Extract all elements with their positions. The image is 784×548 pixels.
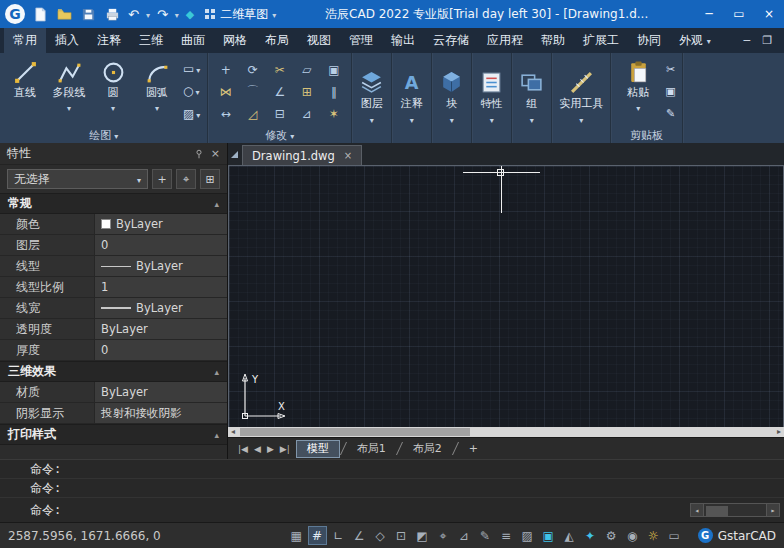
command-scroll-left-icon[interactable]: ◂ xyxy=(690,503,704,517)
arc-button[interactable]: 圆弧 xyxy=(136,56,178,127)
cut-icon[interactable]: ✂ xyxy=(665,63,675,76)
drawing-minimize-button[interactable]: ─ xyxy=(744,34,751,47)
tab-cloud[interactable]: 云存储 xyxy=(424,28,478,53)
array-icon[interactable]: ⊞ xyxy=(293,81,320,103)
annovis-icon[interactable]: ✦ xyxy=(581,526,600,545)
toggle-pickadd-button[interactable]: ⊞ xyxy=(200,169,220,189)
color-value[interactable]: ByLayer xyxy=(94,214,227,234)
layout-next-icon[interactable]: ▶ xyxy=(267,444,274,454)
layer-value[interactable]: 0 xyxy=(94,235,227,255)
new-file-button[interactable] xyxy=(32,6,49,23)
maximize-button[interactable]: ▭ xyxy=(724,0,754,28)
drawing-canvas[interactable]: Y X xyxy=(228,165,784,427)
transparency-value[interactable]: ByLayer xyxy=(94,319,227,339)
break-icon[interactable]: ⊟ xyxy=(266,103,293,125)
trim-icon[interactable]: ✂ xyxy=(266,59,293,81)
command-scrollbar[interactable]: ◂ ▸ xyxy=(690,503,780,517)
tab-output[interactable]: 输出 xyxy=(382,28,424,53)
polyline-button[interactable]: 多段线 xyxy=(48,56,90,127)
section-plot-style[interactable]: 打印样式 ▴ xyxy=(0,424,227,445)
ortho-icon[interactable]: ∟ xyxy=(329,526,348,545)
cleanscreen-icon[interactable]: ▭ xyxy=(665,526,684,545)
tab-3d[interactable]: 三维 xyxy=(130,28,172,53)
document-tab-close-icon[interactable]: × xyxy=(344,150,352,161)
rectangle-button[interactable]: ▭ xyxy=(183,61,200,77)
snap-icon[interactable]: ▦ xyxy=(287,526,306,545)
tab-collaborate[interactable]: 协同 xyxy=(628,28,670,53)
mirror-icon[interactable]: ⋈ xyxy=(212,81,239,103)
scroll-right-icon[interactable]: ▸ xyxy=(774,427,784,437)
polar-icon[interactable]: ∠ xyxy=(350,526,369,545)
join-icon[interactable]: ⊿ xyxy=(293,103,320,125)
tab-express[interactable]: 扩展工 xyxy=(574,28,628,53)
line-button[interactable]: 直线 xyxy=(4,56,46,127)
thickness-value[interactable]: 0 xyxy=(94,340,227,360)
chamfer-icon[interactable]: ∠ xyxy=(266,81,293,103)
shadow-value[interactable]: 投射和接收阴影 xyxy=(94,403,227,423)
erase-icon[interactable]: ▱ xyxy=(293,59,320,81)
quick-select-button[interactable]: + xyxy=(152,169,172,189)
circle-button[interactable]: 圆 xyxy=(92,56,134,127)
tab-app[interactable]: 应用程 xyxy=(478,28,532,53)
scale-icon[interactable]: ◿ xyxy=(239,103,266,125)
command-scroll-right-icon[interactable]: ▸ xyxy=(766,503,780,517)
properties-button[interactable]: 特性 xyxy=(472,53,511,143)
document-tab[interactable]: Drawing1.dwg × xyxy=(242,145,362,165)
ducs-icon[interactable]: ⊿ xyxy=(455,526,474,545)
command-input-line[interactable]: 命令: xyxy=(0,498,784,523)
workspace-diamond-icon[interactable]: ◆ xyxy=(186,9,194,20)
group-button[interactable]: 组 xyxy=(512,53,551,143)
tab-appearance[interactable]: 外观 xyxy=(670,28,720,53)
undo-dropdown-icon[interactable] xyxy=(146,7,150,21)
tab-help[interactable]: 帮助 xyxy=(532,28,574,53)
tab-layout[interactable]: 布局 xyxy=(256,28,298,53)
workspace-selector[interactable]: 二维草图 xyxy=(201,6,279,23)
fillet-icon[interactable]: ⌒ xyxy=(239,81,266,103)
stretch-icon[interactable]: ↔ xyxy=(212,103,239,125)
select-objects-button[interactable]: ⌖ xyxy=(176,169,196,189)
palette-close-icon[interactable]: × xyxy=(211,147,220,160)
material-value[interactable]: ByLayer xyxy=(94,382,227,402)
layout-tab-layout2[interactable]: 布局2 xyxy=(403,440,452,458)
ellipse-button[interactable]: ○ xyxy=(183,83,200,99)
scroll-left-icon[interactable]: ◂ xyxy=(228,427,238,437)
transparency-icon[interactable]: ▨ xyxy=(518,526,537,545)
layers-button[interactable]: 图层 xyxy=(352,53,391,143)
match-properties-icon[interactable]: ✎ xyxy=(665,107,675,120)
tab-view[interactable]: 视图 xyxy=(298,28,340,53)
copy-icon[interactable]: ▣ xyxy=(320,59,347,81)
tab-manage[interactable]: 管理 xyxy=(340,28,382,53)
layout-prev-icon[interactable]: ◀ xyxy=(254,444,261,454)
new-layout-button[interactable]: + xyxy=(459,440,488,458)
open-file-button[interactable] xyxy=(56,6,73,23)
hatch-button[interactable]: ▨ xyxy=(183,106,200,122)
isodraft-icon[interactable]: ◇ xyxy=(371,526,390,545)
linetype-value[interactable]: ByLayer xyxy=(94,256,227,276)
utilities-button[interactable]: 实用工具 xyxy=(552,53,610,143)
app-logo[interactable]: G xyxy=(5,4,25,24)
modify-panel-label[interactable]: 修改 xyxy=(208,127,351,143)
canvas-scrollbar-thumb[interactable] xyxy=(240,428,470,436)
tab-surface[interactable]: 曲面 xyxy=(172,28,214,53)
lineweight-value[interactable]: ByLayer xyxy=(94,298,227,318)
layout-tab-model[interactable]: 模型 xyxy=(296,440,340,458)
osnap3d-icon[interactable]: ◩ xyxy=(413,526,432,545)
copy-clip-icon[interactable]: ▣ xyxy=(665,85,675,98)
move-icon[interactable]: + xyxy=(212,59,239,81)
tab-annotate[interactable]: 注释 xyxy=(88,28,130,53)
save-button[interactable] xyxy=(80,6,97,23)
layout-first-icon[interactable]: |◀ xyxy=(238,444,248,454)
section-3d-effects[interactable]: 三维效果 ▴ xyxy=(0,361,227,382)
close-button[interactable]: × xyxy=(754,0,784,28)
monitor-icon[interactable]: ◉ xyxy=(623,526,642,545)
draw-panel-label[interactable]: 绘图 xyxy=(0,127,207,143)
layout-tab-layout1[interactable]: 布局1 xyxy=(347,440,396,458)
block-button[interactable]: 块 xyxy=(432,53,471,143)
paste-button[interactable]: 粘贴 xyxy=(615,56,661,127)
annoscale-icon[interactable]: ◭ xyxy=(560,526,579,545)
tab-insert[interactable]: 插入 xyxy=(46,28,88,53)
otrack-icon[interactable]: ⌖ xyxy=(434,526,453,545)
undo-button[interactable]: ↶ xyxy=(128,8,139,21)
pin-icon[interactable] xyxy=(193,148,205,160)
tab-mesh[interactable]: 网格 xyxy=(214,28,256,53)
